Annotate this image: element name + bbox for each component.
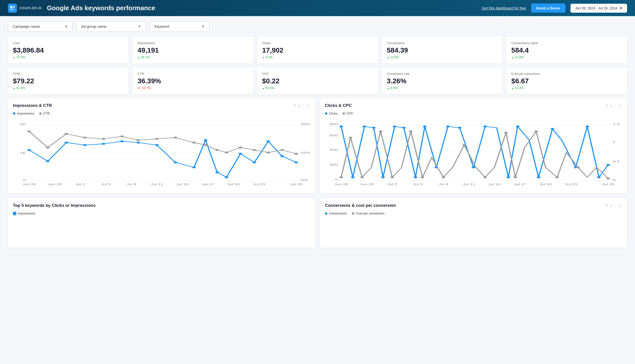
bottom-card2-title: Conversions & cost per conversion [325,203,396,208]
svg-point-33 [65,133,68,135]
kpi-impressions-change: 28.1% [137,55,248,59]
svg-point-23 [204,139,207,141]
kpi-cpc-value: $0.22 [262,77,373,85]
svg-point-99 [409,130,413,132]
bottom-row: Top 5 keywords by Clicks or Impressions … [8,198,627,248]
svg-text:1: 1 [613,140,616,143]
svg-point-48 [294,153,298,155]
kpi-impressions: Impressions 49,191 28.1% [133,37,253,64]
svg-point-45 [253,149,256,151]
more-options-icon[interactable]: ⋮ [618,203,622,208]
svg-point-103 [483,176,487,178]
svg-point-38 [155,138,159,140]
legend-conversions: Conversions [325,212,347,215]
svg-point-37 [136,139,140,141]
kpi-ctr-change: -18.7% [137,86,248,90]
adgroup-filter[interactable]: Ad group name ▼ [76,21,146,32]
svg-point-21 [174,162,177,164]
kpi-conv-rate-value: 3.26% [387,77,497,85]
logo-icon [8,4,17,13]
chart1-actions: ↑ ↓ ⋮ [294,104,310,108]
kpi-impressions-value: 49,191 [137,46,248,54]
more-options-icon[interactable]: ⋮ [618,104,622,108]
legend-impressions-bar: Impressions [13,212,35,215]
svg-rect-1 [13,6,15,8]
svg-point-109 [606,178,610,180]
kpi-ctr: CTR 36.39% -18.7% [133,68,253,94]
svg-point-102 [462,144,466,146]
campaign-filter[interactable]: Campaign name ▼ [8,21,73,32]
svg-point-78 [402,127,406,129]
svg-point-25 [225,176,228,178]
chart2-wrapper: 800 600 400 200 0 1.5 1 0.5 0 [325,118,622,188]
svg-point-19 [136,142,140,144]
bottom2-legend: Conversions Cost per conversion [325,212,622,215]
bottom-card-conversions: Conversions & cost per conversion ↑ ↓ ⋮ … [320,198,627,248]
svg-text:Jul 23: Jul 23 [253,183,265,186]
svg-point-97 [379,130,382,132]
keyword-filter[interactable]: Keyword ▼ [150,21,209,32]
svg-point-16 [83,144,87,146]
svg-point-94 [339,176,343,178]
arrow-up-icon [387,55,389,59]
move-down-icon[interactable]: ↓ [610,203,612,208]
svg-text:Jul 26: Jul 26 [290,183,302,186]
kpi-conv-value-label: Conversions value [511,41,622,45]
chart2-actions: ↑ ↓ ⋮ [606,104,622,108]
svg-point-85 [483,126,487,128]
arrow-up-icon [13,86,15,90]
svg-text:Jul 8: Jul 8 [438,183,448,186]
move-up-icon[interactable]: ↑ [294,104,296,108]
legend-cost-per-conv-label: Cost per conversion [356,212,384,215]
svg-text:0.5: 0.5 [613,160,620,163]
kpi-ctr-label: CTR [137,72,248,76]
legend-dot-blue [325,212,327,215]
bottom-card2-header: Conversions & cost per conversion ↑ ↓ ⋮ [325,203,622,208]
move-down-icon[interactable]: ↓ [610,104,612,108]
divider [615,203,615,208]
svg-point-106 [534,130,538,132]
date-range-picker[interactable]: Jun 26, 2024 - Jul 26, 2024 ▼ [570,4,627,13]
svg-point-84 [472,166,475,168]
svg-point-101 [441,176,445,178]
chart1-legend: Impressions CTR [13,112,310,115]
get-dashboard-link[interactable]: Get this dashboard for free [482,6,526,10]
kpi-clicks-change: 4.2% [262,55,373,59]
svg-point-105 [513,176,517,178]
legend-dot-gray [39,112,42,115]
svg-point-72 [339,126,343,128]
svg-rect-2 [10,8,12,10]
svg-text:Jun 29: Jun 29 [360,183,374,186]
kpi-cpc2-change: 51.0% [511,86,622,90]
move-up-icon[interactable]: ↑ [606,203,608,208]
arrow-up-icon [262,86,265,90]
move-up-icon[interactable]: ↑ [606,104,608,108]
chart1-title: Impressions & CTR [13,103,52,108]
book-demo-button[interactable]: Book a Demo [531,4,566,13]
kpi-conv-value-change: 12.8% [511,55,622,59]
svg-point-32 [46,146,50,148]
move-down-icon[interactable]: ↓ [298,104,300,108]
svg-point-89 [551,128,554,130]
svg-text:40%: 40% [301,123,310,126]
kpi-cost-per-conversion: Cost per conversion $6.67 51.0% [506,68,627,94]
svg-text:Jul 11: Jul 11 [151,183,163,186]
svg-text:0%: 0% [301,178,308,182]
header: COUPLER.IO Google Ads keywords performan… [0,0,635,16]
svg-point-98 [390,176,394,178]
svg-point-18 [120,140,124,142]
arrow-up-icon [511,86,514,90]
svg-point-83 [458,127,461,129]
divider [615,104,615,108]
svg-point-13 [27,149,31,151]
more-options-icon[interactable]: ⋮ [306,104,310,108]
kpi-conversions-value: Conversions value 584.4 12.8% [506,37,627,64]
svg-point-35 [102,138,106,140]
kpi-conversions-value: 584.39 [387,46,497,54]
svg-point-74 [363,126,366,128]
svg-text:Jul 2: Jul 2 [76,183,85,186]
legend-ctr: CTR [39,112,50,115]
svg-text:Jul 5: Jul 5 [101,183,111,186]
svg-point-29 [280,155,284,157]
legend-dot-blue [13,112,15,115]
